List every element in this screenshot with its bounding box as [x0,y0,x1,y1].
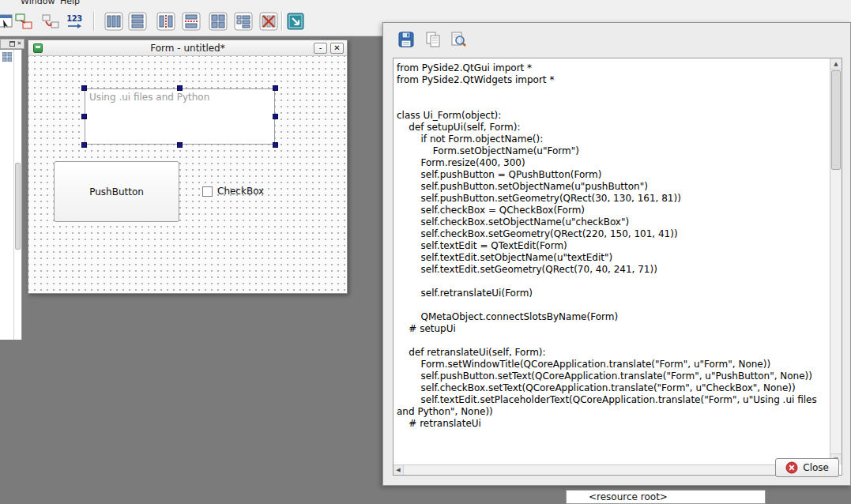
vertical-scrollbar[interactable]: ▲ ▼ [830,58,842,465]
form-editor-window: Form - untitled* - ✕ Using .ui files and… [28,39,348,294]
form-code-viewer-dialog: from PySide2.QtGui import *from PySide2.… [382,22,851,486]
code-line [397,98,828,110]
selection-handle[interactable] [273,114,278,119]
layout-horizontal-splitter-icon [156,12,175,31]
widget-box-icon [2,52,12,62]
code-text[interactable]: from PySide2.QtGui import *from PySide2.… [397,62,828,463]
menu-help[interactable]: Help [60,0,80,6]
code-line: self.textEdit.setGeometry(QRect(70, 40, … [397,264,828,276]
toolbar-separator [281,12,283,31]
menu-window[interactable]: Window [21,0,55,6]
textedit-placeholder: Using .ui files and Python [85,89,274,105]
widget-box-panel-fragment [0,49,22,340]
save-code-button[interactable] [396,29,416,50]
code-line [397,276,828,288]
qt-designer-window: Window Help 123 [0,0,851,504]
adjust-size-icon [286,12,305,31]
code-line: Form.setObjectName(u"Form") [397,145,828,157]
scroll-up-icon[interactable]: ▲ [830,58,842,70]
code-line: self.checkBox.setGeometry(QRect(220, 150… [397,228,828,240]
code-line: self.pushButton.setText(QCoreApplication… [397,370,828,382]
find-code-button[interactable] [448,29,469,50]
minimize-button[interactable]: - [314,43,327,54]
code-text-area[interactable]: from PySide2.QtGui import *from PySide2.… [393,58,842,476]
code-line: self.checkBox = QCheckBox(Form) [397,205,828,216]
code-line: # retranslateUi [397,418,828,430]
checkbox-label: CheckBox [217,186,264,197]
adjust-size-button[interactable] [284,10,307,32]
copy-icon [424,31,442,48]
resource-root-item[interactable]: <resource root> [589,491,668,502]
toolbar-separator [93,12,95,31]
code-line: self.checkBox.setObjectName(u"checkBox") [397,216,828,228]
code-line: self.textEdit = QTextEdit(Form) [397,240,828,252]
code-line: self.pushButton = QPushButton(Form) [397,169,828,181]
code-line: # setupUi [397,323,828,335]
code-line: QMetaObject.connectSlotsByName(Form) [397,311,828,323]
copy-code-button[interactable] [423,29,443,50]
menu-bar: Window Help [0,0,851,7]
lay-out-horizontally-button[interactable] [103,10,125,32]
lay-out-vertically-in-splitter-button[interactable] [180,10,202,32]
edit-buddies-button[interactable] [40,10,62,32]
dock-close-icon[interactable]: ✕ [17,41,22,47]
textedit-widget-selected[interactable]: Using .ui files and Python [85,88,275,145]
code-line [397,86,828,98]
code-line [397,299,828,311]
code-line: self.pushButton.setObjectName(u"pushButt… [397,181,828,193]
code-line: class Ui_Form(object): [397,110,828,122]
selection-handle[interactable] [81,114,87,119]
resource-browser-fragment[interactable]: <resource root> [566,490,766,504]
code-line: and Python", None)) [397,406,828,418]
selection-handle[interactable] [177,142,183,148]
selection-handle[interactable] [81,142,87,148]
code-line: self.pushButton.setGeometry(QRect(30, 13… [397,193,828,205]
code-line: from PySide2.QtGui import * [397,62,828,74]
pushbutton-label: PushButton [89,186,144,197]
textedit-widget[interactable]: Using .ui files and Python [85,88,275,145]
layout-horizontal-icon [104,12,123,31]
lay-out-in-grid-button[interactable] [207,10,229,32]
selection-handle[interactable] [177,85,183,91]
lay-out-vertically-button[interactable] [126,10,149,32]
scrollbar-thumb[interactable] [831,70,841,170]
code-line: self.checkBox.setText(QCoreApplication.t… [397,382,828,394]
save-icon [397,31,415,48]
close-circle-icon [785,461,798,474]
selection-handle[interactable] [273,85,278,91]
layout-grid-icon [209,12,228,31]
layout-form-icon [234,12,253,31]
edit-signals-slots-icon [14,12,33,31]
lay-out-in-form-layout-button[interactable] [232,10,254,32]
selection-handle[interactable] [81,85,87,91]
code-line: Form.resize(400, 300) [397,157,828,169]
scroll-left-icon[interactable]: ◀ [393,465,404,475]
dock-float-icon[interactable] [9,41,15,47]
code-line: self.textEdit.setPlaceholderText(QCoreAp… [397,394,828,406]
form-canvas[interactable]: Using .ui files and Python PushButton Ch… [28,56,347,293]
code-line: if not Form.objectName(): [397,134,828,145]
horizontal-scrollbar[interactable]: ◀ ▶ [393,465,830,475]
break-layout-button[interactable] [258,10,280,32]
layout-vertical-icon [128,12,147,31]
layout-vertical-splitter-icon [182,12,201,31]
edit-signals-slots-button[interactable] [13,10,35,32]
code-line: from PySide2.QtWidgets import * [397,74,828,86]
close-dialog-button[interactable]: Close [775,458,839,477]
break-layout-icon [259,12,278,31]
checkbox-widget[interactable]: CheckBox [202,184,264,198]
lay-out-horizontally-in-splitter-button[interactable] [155,10,177,32]
edit-tab-order-button[interactable]: 123 [63,10,85,32]
edit-buddies-icon [41,12,60,31]
find-icon [450,31,467,48]
code-line: Form.setWindowTitle(QCoreApplication.tra… [397,359,828,370]
dock-titlebar-fragment: ✕ [0,39,24,49]
form-window-titlebar[interactable]: Form - untitled* - ✕ [28,40,347,56]
checkbox-box[interactable] [202,186,213,197]
code-line: self.retranslateUi(Form) [397,288,828,299]
panel-scrollbar-thumb[interactable] [15,163,21,250]
pushbutton-widget[interactable]: PushButton [54,161,179,222]
selection-handle[interactable] [273,142,278,148]
close-window-button[interactable]: ✕ [330,43,344,54]
code-line: self.textEdit.setObjectName(u"textEdit") [397,252,828,264]
